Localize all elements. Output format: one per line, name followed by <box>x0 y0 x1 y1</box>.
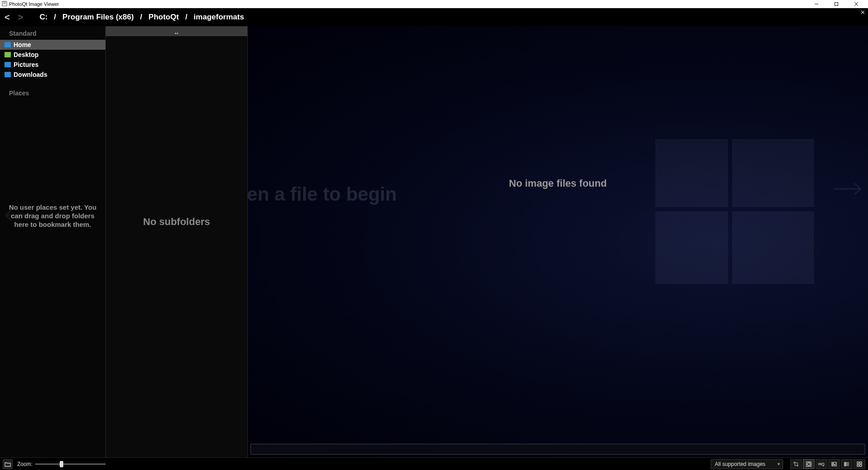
close-panel-button[interactable]: ✕ <box>860 9 865 16</box>
folder-icon <box>5 62 11 67</box>
fit-view-button[interactable] <box>803 459 815 469</box>
nav-forward-button[interactable]: > <box>17 12 24 23</box>
format-filter-value: All supported images <box>715 461 765 467</box>
places-sidebar: Standard Home Desktop Pictures Downloads… <box>0 26 106 457</box>
breadcrumb-segment[interactable]: Program Files (x86) <box>62 13 134 22</box>
crop-view-button[interactable] <box>790 459 802 469</box>
svg-point-6 <box>807 463 810 465</box>
preview-panel: Open a file to begin No image files foun… <box>248 26 868 457</box>
folder-icon <box>5 72 11 77</box>
windows-logo-icon <box>656 139 814 284</box>
breadcrumb-segment[interactable]: PhotoQt <box>149 13 179 22</box>
no-images-message: No image files found <box>248 178 868 189</box>
nav-back-button[interactable]: < <box>4 12 11 23</box>
svg-rect-2 <box>835 3 838 6</box>
app-icon <box>2 1 7 7</box>
maximize-button[interactable] <box>826 0 846 8</box>
sidebar-section-standard: Standard <box>0 26 105 40</box>
folder-icon <box>5 52 11 57</box>
svg-rect-18 <box>860 465 862 466</box>
svg-rect-15 <box>857 462 859 464</box>
zoom-slider-thumb[interactable] <box>60 461 63 467</box>
svg-rect-9 <box>844 462 846 463</box>
breadcrumb-segment[interactable]: C: <box>39 13 47 22</box>
thumbnail-view-button[interactable] <box>828 459 840 469</box>
status-bar: Zoom: All supported images HQ <box>0 457 868 470</box>
minimize-button[interactable] <box>807 0 826 8</box>
zoom-label: Zoom: <box>17 461 33 467</box>
parent-folder-item[interactable]: .. <box>106 26 247 36</box>
breadcrumb-sep: / <box>54 13 56 22</box>
breadcrumb-segment[interactable]: imageformats <box>193 13 244 22</box>
titlebar: PhotoQt Image Viewer <box>0 0 868 8</box>
breadcrumb-sep: / <box>140 13 142 22</box>
sidebar-item-pictures[interactable]: Pictures <box>0 60 105 70</box>
window-title: PhotoQt Image Viewer <box>9 1 59 7</box>
view-toolbar: HQ <box>790 459 865 469</box>
zoom-slider[interactable] <box>35 463 106 465</box>
subfolder-panel: .. No subfolders <box>106 26 248 457</box>
breadcrumb-sep: / <box>185 13 188 22</box>
format-filter-select[interactable]: All supported images <box>711 459 783 469</box>
svg-rect-16 <box>860 462 862 464</box>
svg-rect-10 <box>844 464 846 465</box>
folder-icon <box>5 42 11 47</box>
sidebar-item-label: Downloads <box>14 71 47 78</box>
sidebar-item-label: Pictures <box>14 61 38 68</box>
places-empty-message: No user places set yet. You can drag and… <box>0 203 105 229</box>
svg-rect-11 <box>844 465 846 466</box>
filename-filter-input[interactable] <box>250 444 865 455</box>
breadcrumb-bar: < > C: / Program Files (x86) / PhotoQt /… <box>0 8 868 26</box>
window-close-button[interactable] <box>846 0 866 8</box>
sidebar-item-desktop[interactable]: Desktop <box>0 50 105 60</box>
main-area: Standard Home Desktop Pictures Downloads… <box>0 26 868 457</box>
sidebar-section-places: Places <box>0 86 105 99</box>
sidebar-item-home[interactable]: Home <box>0 40 105 50</box>
zoom-control: Zoom: <box>17 461 106 467</box>
hq-toggle-button[interactable]: HQ <box>816 459 827 469</box>
list-view-button[interactable] <box>841 459 853 469</box>
grid-view-button[interactable] <box>854 459 865 469</box>
subfolder-empty-message: No subfolders <box>106 36 247 457</box>
sidebar-item-downloads[interactable]: Downloads <box>0 70 105 80</box>
svg-rect-17 <box>857 465 859 466</box>
sidebar-item-label: Home <box>14 41 31 48</box>
browse-folder-button[interactable] <box>3 459 13 469</box>
sidebar-item-label: Desktop <box>14 51 38 58</box>
